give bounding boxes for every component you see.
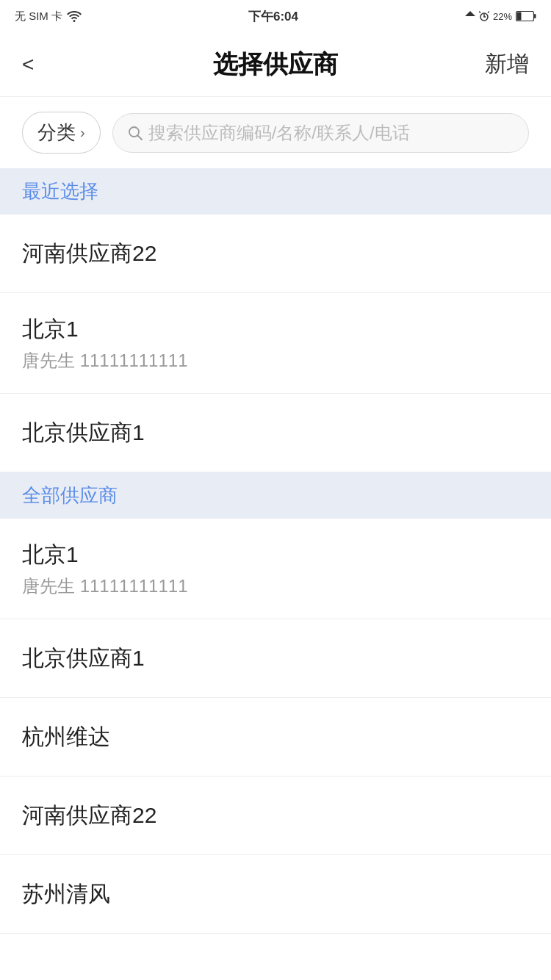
search-box[interactable]: 搜索供应商编码/名称/联系人/电话: [112, 113, 529, 153]
svg-rect-2: [483, 16, 486, 18]
item-name: 河南供应商22: [22, 800, 529, 831]
item-name: 河南供应商22: [22, 238, 529, 269]
recent-section-header: 最近选择: [0, 168, 551, 215]
all-section-label: 全部供应商: [22, 484, 118, 506]
all-list-item[interactable]: 杭州维达: [0, 698, 551, 777]
battery-icon: [516, 11, 536, 21]
recent-list-item[interactable]: 北京供应商1: [0, 394, 551, 472]
all-list-item[interactable]: 苏州清风: [0, 855, 551, 934]
item-sub: 唐先生 11111111111: [22, 349, 529, 372]
location-icon: [465, 11, 475, 21]
item-name: 北京1: [22, 314, 529, 345]
recent-items-list: 河南供应商22北京1唐先生 11111111111北京供应商1: [0, 215, 551, 472]
sim-status: 无 SIM 卡: [15, 10, 62, 24]
svg-line-7: [137, 135, 142, 140]
back-button[interactable]: <: [22, 53, 66, 76]
svg-rect-5: [534, 14, 536, 18]
alarm-icon: [479, 11, 489, 21]
wifi-icon: [67, 10, 82, 22]
all-list-item[interactable]: 河南供应商22: [0, 777, 551, 855]
svg-rect-4: [516, 12, 521, 21]
status-time: 下午6:04: [248, 8, 298, 25]
battery-percent: 22%: [493, 11, 512, 22]
recent-list-item[interactable]: 河南供应商22: [0, 215, 551, 293]
filter-bar: 分类 › 搜索供应商编码/名称/联系人/电话: [0, 97, 551, 168]
search-icon: [128, 126, 143, 140]
all-items-list: 北京1唐先生 11111111111北京供应商1杭州维达河南供应商22苏州清风: [0, 519, 551, 934]
item-name: 北京供应商1: [22, 643, 529, 674]
page-title: 选择供应商: [213, 48, 338, 82]
recent-section-label: 最近选择: [22, 180, 98, 202]
item-sub: 唐先生 11111111111: [22, 574, 529, 598]
all-list-item[interactable]: 北京1唐先生 11111111111: [0, 519, 551, 619]
all-list-item[interactable]: 北京供应商1: [0, 619, 551, 698]
item-name: 北京1: [22, 539, 529, 570]
item-name: 苏州清风: [22, 879, 529, 909]
recent-list-item[interactable]: 北京1唐先生 11111111111: [0, 293, 551, 394]
category-label: 分类: [37, 120, 76, 145]
all-section-header: 全部供应商: [0, 472, 551, 519]
add-button[interactable]: 新增: [485, 49, 529, 79]
status-right: 22%: [465, 11, 536, 22]
status-bar: 无 SIM 卡 下午6:04 22%: [0, 0, 551, 32]
item-name: 北京供应商1: [22, 417, 529, 448]
nav-bar: < 选择供应商 新增: [0, 32, 551, 97]
category-button[interactable]: 分类 ›: [22, 112, 101, 154]
search-placeholder: 搜索供应商编码/名称/联系人/电话: [148, 121, 410, 145]
status-left: 无 SIM 卡: [15, 10, 82, 24]
chevron-right-icon: ›: [80, 124, 85, 141]
item-name: 杭州维达: [22, 721, 529, 752]
